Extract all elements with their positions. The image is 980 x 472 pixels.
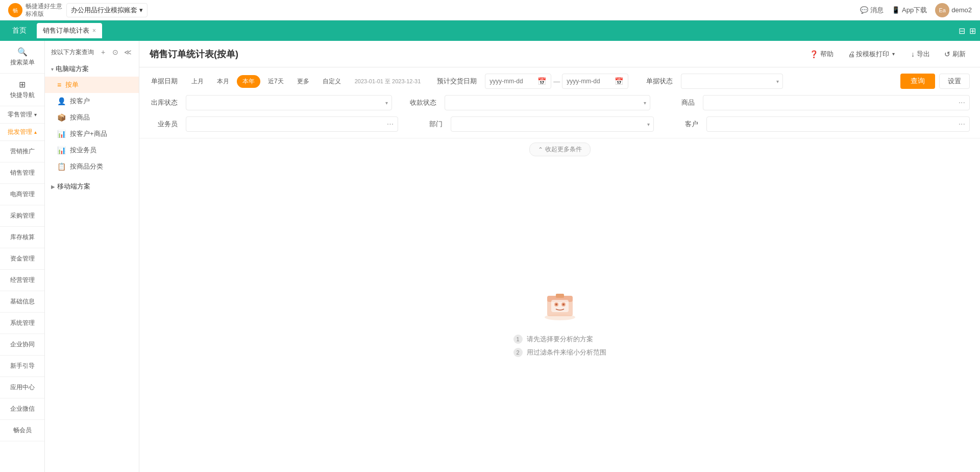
message-button[interactable]: 💬 消息 <box>860 6 884 15</box>
department-select[interactable] <box>451 116 654 132</box>
sidebar-item-finance[interactable]: 资金管理 <box>0 248 44 270</box>
settings-scheme-button[interactable]: ⊙ <box>110 47 120 57</box>
sidebar-item-retail[interactable]: 零售管理 ▾ <box>0 106 44 124</box>
sidebar-label-ecommerce: 电商管理 <box>10 190 35 199</box>
sidebar-item-marketing[interactable]: 营销推广 <box>0 141 44 162</box>
scheme-item-by-customer[interactable]: 👤 按客户 <box>45 93 139 109</box>
date-btn-last-month[interactable]: 上月 <box>186 75 209 88</box>
tab-expand-icon[interactable]: ⊞ <box>969 26 976 36</box>
empty-hint-1: 1 请先选择要分析的方案 <box>513 335 606 344</box>
date-btn-this-year[interactable]: 本年 <box>237 75 260 88</box>
expected-date-start-box[interactable]: 📅 <box>485 74 551 89</box>
expected-date-end-box[interactable]: 📅 <box>562 74 628 89</box>
collapse-more-button[interactable]: ⌃ 收起更多条件 <box>529 143 591 156</box>
expected-date-end-input[interactable] <box>567 78 612 85</box>
sidebar-item-newuser[interactable]: 新手引导 <box>0 356 44 377</box>
query-button[interactable]: 查询 <box>900 74 935 89</box>
scheme-item-by-salesperson[interactable]: 📊 按业务员 <box>45 142 139 158</box>
scheme-item-by-cust-prod[interactable]: 📊 按客户+商品 <box>45 126 139 142</box>
sidebar-item-ecommerce[interactable]: 电商管理 <box>0 184 44 205</box>
date-label: 单据日期 <box>150 77 178 86</box>
sidebar-item-enterprise[interactable]: 企业协同 <box>0 334 44 356</box>
doc-status-select-wrapper: ▾ <box>681 74 783 89</box>
calendar-end-icon[interactable]: 📅 <box>615 77 623 85</box>
sidebar-label-wholesale: 批发管理 <box>8 128 32 136</box>
sidebar-label-marketing: 营销推广 <box>10 147 35 156</box>
doc-status-label: 单据状态 <box>645 77 673 86</box>
date-btn-this-month[interactable]: 本月 <box>211 75 235 88</box>
settings-button[interactable]: 设置 <box>939 74 970 89</box>
by-category-icon: 📋 <box>57 162 66 171</box>
scheme-item-by-product[interactable]: 📦 按商品 <box>45 109 139 126</box>
action-buttons: 查询 设置 <box>900 74 970 89</box>
scheme-item-by-category[interactable]: 📋 按商品分类 <box>45 158 139 175</box>
tab-sales-order-stats[interactable]: 销售订单统计表 × <box>37 23 102 38</box>
delivery-select[interactable] <box>186 95 392 110</box>
date-btn-more[interactable]: 更多 <box>291 75 315 88</box>
add-scheme-button[interactable]: + <box>98 47 108 57</box>
collapse-panel-button[interactable]: ≪ <box>122 47 133 57</box>
app-download-button[interactable]: 📱 App下载 <box>892 6 927 15</box>
delivery-label: 出库状态 <box>150 98 178 107</box>
sidebar-item-search[interactable]: 🔍 搜索菜单 <box>0 41 44 74</box>
page-title-row: 销售订单统计表(按单) ❓ 帮助 🖨 按模板打印 ▾ ↓ <box>150 47 970 61</box>
by-cust-prod-icon: 📊 <box>57 130 66 138</box>
expected-date-start-input[interactable] <box>489 78 535 85</box>
date-btn-custom[interactable]: 自定义 <box>317 75 347 88</box>
sidebar-label-retail: 零售管理 <box>8 110 32 119</box>
scheme-label-by-product: 按商品 <box>70 113 90 122</box>
empty-area: 1 请先选择要分析的方案 2 用过滤条件来缩小分析范围 <box>139 160 980 472</box>
search-icon: 🔍 <box>17 47 28 57</box>
salesperson-ellipsis-button[interactable]: ··· <box>387 120 394 129</box>
sidebar-item-appcenter[interactable]: 应用中心 <box>0 377 44 398</box>
print-dropdown-arrow-icon[interactable]: ▾ <box>890 49 897 59</box>
tab-collapse-icon[interactable]: ⊟ <box>959 26 965 36</box>
department-select-wrapper: ▾ <box>451 116 654 132</box>
tab-close-icon[interactable]: × <box>92 27 96 34</box>
calendar-start-icon[interactable]: 📅 <box>537 77 546 85</box>
scheme-label-by-order: 按单 <box>65 80 79 89</box>
help-button[interactable]: ❓ 帮助 <box>805 48 838 61</box>
sidebar-item-purchase[interactable]: 采购管理 <box>0 205 44 227</box>
scheme-item-by-order[interactable]: ≡ 按单 <box>45 77 139 93</box>
user-profile-button[interactable]: Ea demo2 <box>935 3 972 17</box>
sidebar-item-member[interactable]: 畅会员 <box>0 420 44 441</box>
goods-ellipsis-button[interactable]: ··· <box>959 98 965 107</box>
sidebar-label-system: 系统管理 <box>10 319 35 327</box>
tab-home[interactable]: 首页 <box>4 23 35 38</box>
workspace-selector[interactable]: 办公用品行业模拟账套 ▾ <box>66 3 148 17</box>
sidebar-item-shortcut[interactable]: ⊞ 快捷导航 <box>0 74 44 106</box>
mobile-group-arrow-icon: ▶ <box>51 184 55 190</box>
page-title: 销售订单统计表(按单) <box>150 48 238 60</box>
collapse-label: 收起更多条件 <box>545 145 582 154</box>
payment-select[interactable] <box>445 95 651 110</box>
print-button[interactable]: 🖨 按模板打印 ▾ <box>844 47 901 61</box>
pc-group-header[interactable]: ▾ 电脑端方案 <box>45 61 139 77</box>
sidebar-item-wechat[interactable]: 企业微信 <box>0 398 44 420</box>
mobile-group-header[interactable]: ▶ 移动端方案 <box>45 179 139 194</box>
sidebar-item-operations[interactable]: 经营管理 <box>0 270 44 291</box>
empty-illustration <box>534 275 585 326</box>
sidebar-item-sales[interactable]: 销售管理 <box>0 162 44 184</box>
empty-svg <box>534 275 585 326</box>
customer-ellipsis-button[interactable]: ··· <box>959 120 965 129</box>
filter-row-3: 业务员 ··· 部门 ▾ 客户 ··· <box>150 116 970 132</box>
panel-actions: + ⊙ ≪ <box>98 47 133 57</box>
refresh-button[interactable]: ↺ 刷新 <box>940 48 970 61</box>
goods-label: 商品 <box>667 98 695 107</box>
app-icon: 📱 <box>892 6 900 14</box>
right-main: 销售订单统计表(按单) ❓ 帮助 🖨 按模板打印 ▾ ↓ <box>139 41 980 472</box>
sidebar-item-system[interactable]: 系统管理 <box>0 313 44 334</box>
sidebar-item-wholesale[interactable]: 批发管理 ▴ <box>0 124 44 141</box>
sidebar-label-purchase: 采购管理 <box>10 211 35 220</box>
sidebar-item-inventory[interactable]: 库存核算 <box>0 227 44 248</box>
sidebar-item-basic[interactable]: 基础信息 <box>0 291 44 313</box>
top-bar: 畅 畅捷通好生意 标准版 办公用品行业模拟账套 ▾ 💬 消息 📱 App下载 E… <box>0 0 980 20</box>
doc-status-select[interactable] <box>681 74 783 89</box>
export-button[interactable]: ↓ 导出 <box>907 48 934 61</box>
date-btn-last-7-days[interactable]: 近7天 <box>262 75 289 88</box>
logo-text: 畅捷通好生意 标准版 <box>26 3 62 17</box>
top-bar-right: 💬 消息 📱 App下载 Ea demo2 <box>860 3 972 17</box>
page-actions: ❓ 帮助 🖨 按模板打印 ▾ ↓ 导出 ↺ <box>805 47 970 61</box>
collapse-bar: ⌃ 收起更多条件 <box>139 138 980 160</box>
